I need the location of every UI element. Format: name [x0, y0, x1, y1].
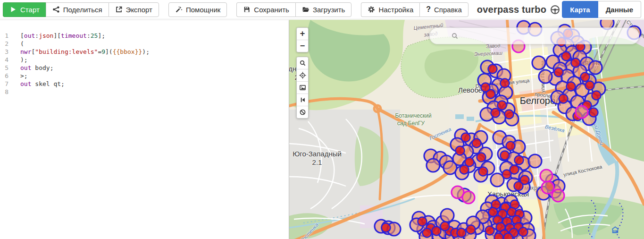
poi-marker-red[interactable] [461, 133, 470, 142]
poi-marker-magenta[interactable] [576, 106, 588, 118]
poi-marker-red[interactable] [494, 233, 503, 239]
magic-wand-icon [175, 6, 183, 13]
skip-start-icon [299, 96, 306, 103]
poi-marker[interactable] [441, 209, 454, 222]
poi-marker-red[interactable] [441, 222, 450, 231]
poi-marker-red[interactable] [589, 108, 598, 117]
settings-button[interactable]: Настройка [361, 2, 419, 17]
poi-marker-red[interactable] [485, 226, 494, 235]
open-folder-icon [302, 6, 309, 13]
image-icon [299, 84, 306, 91]
poi-marker[interactable] [539, 70, 552, 83]
poi-marker[interactable] [427, 159, 440, 172]
save-button[interactable]: Сохранить [236, 2, 295, 17]
run-share-export-group: Старт Поделиться Экспорт [3, 2, 159, 17]
load-button-label: Загрузить [313, 6, 345, 14]
poi-marker[interactable] [528, 154, 542, 168]
poi-marker-red[interactable] [515, 156, 524, 165]
poi-marker-red[interactable] [567, 82, 576, 91]
map-markers-layer[interactable] [289, 20, 644, 239]
poi-marker-red[interactable] [592, 91, 601, 100]
code-line [20, 88, 289, 96]
wizard-button[interactable]: Помощник [168, 2, 227, 17]
poi-marker-red[interactable] [581, 73, 590, 82]
poi-marker-red[interactable] [505, 110, 514, 119]
code-area[interactable]: [out:json][timeout:25];(nwr["building:le… [13, 20, 289, 239]
poi-marker-red[interactable] [506, 142, 515, 151]
poi-marker-red[interactable] [501, 79, 510, 88]
code-line: out skel qt; [20, 80, 289, 88]
poi-marker-red[interactable] [501, 151, 510, 160]
locate-button[interactable] [297, 69, 308, 82]
steering-wheel-icon [550, 5, 560, 15]
poi-marker-red[interactable] [498, 101, 507, 110]
poi-marker-red[interactable] [489, 208, 498, 217]
poi-marker-red[interactable] [562, 52, 571, 61]
poi-marker-red[interactable] [504, 233, 513, 239]
map-panel[interactable]: БелгородСавиноЮго-Западный2.1Харьковская… [289, 20, 644, 239]
poi-marker-red[interactable] [519, 228, 528, 237]
poi-marker-red[interactable] [456, 146, 465, 155]
app-title: overpass turbo [477, 4, 546, 15]
poi-marker-red[interactable] [514, 182, 523, 191]
help-button[interactable]: ? Справка [419, 2, 468, 17]
line-number: 6 [0, 72, 13, 80]
wizard-group: Помощник [168, 2, 227, 17]
poi-marker-red[interactable] [477, 153, 486, 162]
poi-marker-red[interactable] [479, 167, 488, 176]
poi-marker-red[interactable] [554, 68, 563, 77]
poi-marker-red[interactable] [559, 94, 568, 103]
share-button[interactable]: Поделиться [46, 2, 109, 17]
poi-marker-magenta[interactable] [540, 170, 552, 182]
zoom-control: + − [296, 27, 309, 52]
save-button-label: Сохранить [254, 6, 289, 14]
zoom-in-button[interactable]: + [297, 28, 308, 40]
export-button-label: Экспорт [126, 6, 152, 14]
magnifier-icon [299, 60, 306, 67]
poi-marker-red[interactable] [502, 170, 511, 179]
tab-data[interactable]: Данные [598, 1, 641, 18]
line-number: 1 [0, 32, 13, 40]
ban-icon [299, 109, 306, 116]
poi-marker-magenta[interactable] [542, 181, 554, 194]
poi-marker-red[interactable] [418, 217, 427, 226]
poi-marker[interactable] [532, 56, 545, 69]
export-icon [115, 6, 123, 13]
code-line: >; [20, 72, 289, 80]
poi-marker-magenta[interactable] [552, 189, 564, 202]
run-button[interactable]: Старт [3, 2, 46, 17]
poi-marker-red[interactable] [382, 223, 391, 232]
museum-building-icon [611, 226, 619, 234]
poi-marker-red[interactable] [488, 65, 497, 74]
map-search-input[interactable] [459, 27, 639, 44]
poi-marker-red[interactable] [423, 229, 432, 238]
poi-marker-red[interactable] [467, 225, 476, 234]
poi-marker-red[interactable] [472, 139, 481, 148]
tab-map[interactable]: Карта [562, 1, 598, 18]
line-number: 2 [0, 40, 13, 48]
poi-marker-red[interactable] [585, 81, 594, 90]
poi-marker-red[interactable] [491, 109, 500, 118]
jump-to-data-button[interactable] [297, 94, 308, 106]
poi-marker-red[interactable] [571, 59, 580, 68]
load-button[interactable]: Загрузить [295, 2, 352, 17]
map-search-button[interactable] [297, 57, 308, 69]
export-image-button[interactable] [297, 82, 308, 94]
poi-marker-red[interactable] [460, 165, 469, 174]
wizard-button-label: Помощник [186, 6, 220, 14]
map-search-bar [429, 27, 639, 44]
line-number: 3 [0, 48, 13, 56]
run-button-label: Старт [20, 6, 40, 14]
poi-marker-red[interactable] [481, 83, 490, 92]
code-line: nwr["building:levels"=9]({{bbox}}); [20, 48, 289, 56]
poi-marker-red[interactable] [457, 229, 466, 238]
poi-marker-red[interactable] [432, 227, 441, 236]
code-line: ( [20, 40, 289, 48]
zoom-out-button[interactable]: − [297, 40, 308, 52]
export-button[interactable]: Экспорт [109, 2, 159, 17]
toolbar: Старт Поделиться Экспорт [0, 0, 644, 19]
poi-marker[interactable] [589, 61, 602, 74]
help-button-label: Справка [434, 6, 462, 14]
poi-marker-magenta[interactable] [462, 191, 475, 204]
hide-data-button[interactable] [297, 106, 308, 118]
